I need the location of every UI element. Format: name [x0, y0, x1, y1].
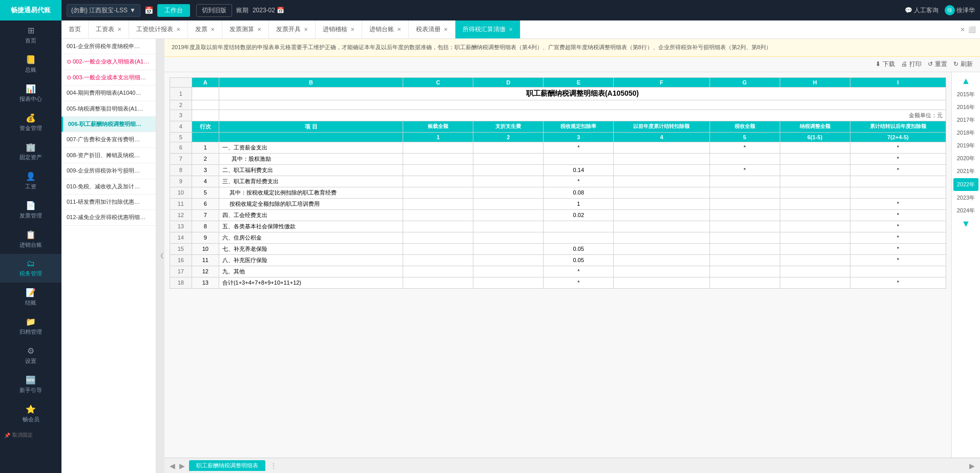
tab-close-all[interactable]: ✕ — [960, 26, 965, 33]
sheet-tab-main[interactable]: 职工薪酬纳税调整明细表 — [189, 460, 265, 471]
table-row-2: 2 — [170, 100, 946, 110]
tab-invoice[interactable]: 发票✕ — [188, 20, 222, 38]
tab-income-tax-label: 所得税汇算清缴 — [463, 25, 506, 34]
tab-salary-report[interactable]: 工资统计报表✕ — [129, 20, 188, 38]
year-2023[interactable]: 2023年 — [952, 191, 980, 204]
user-avatar: 徐 — [945, 5, 955, 15]
warning-bar: 2019年度及取以前年度结转数据的申报表单元格需要手工维护正确，才能确证本年及以… — [164, 39, 980, 57]
sidebar-label-fund: 资金管理 — [19, 124, 42, 132]
sidebar-item-sales[interactable]: 📋 进销台账 — [0, 225, 61, 254]
refresh-btn[interactable]: ↻ 刷新 — [953, 60, 973, 69]
oldver-button[interactable]: 切到旧版 — [196, 4, 232, 17]
tab-income-tax[interactable]: 所得税汇算清缴✕ — [455, 20, 520, 38]
sidebar-label-ledger: 总账 — [25, 66, 36, 74]
tab-check[interactable]: 进销稽核✕ — [316, 20, 362, 38]
year-2017[interactable]: 2017年 — [952, 114, 980, 126]
col-E-header: E — [544, 77, 614, 87]
sidebar-item-member[interactable]: ⭐ 畅会员 — [0, 399, 61, 428]
tab-invoice-close[interactable]: ✕ — [211, 27, 215, 32]
col-B-header: B — [219, 77, 403, 87]
tab-invoice-issue-close[interactable]: ✕ — [304, 27, 308, 32]
sidebar-item-guide[interactable]: 🆕 新手引导 — [0, 370, 61, 399]
sidebar-label-sales: 进销台账 — [19, 241, 42, 249]
list-item-006[interactable]: 006-职工薪酬纳税调整明细… — [61, 117, 156, 132]
tab-ledger-close[interactable]: ✕ — [397, 27, 401, 32]
company-name: (勿删) 江西股宝-LSS — [71, 6, 128, 15]
data-row-6: 6 1 一、工资薪金支出 * * * — [170, 142, 946, 153]
sidebar-item-archive[interactable]: 📁 归档管理 — [0, 312, 61, 341]
sidebar-item-asset[interactable]: 🏢 固定资产 — [0, 137, 61, 166]
list-item-012[interactable]: 012-减免企业所得税优惠明细… — [61, 210, 156, 225]
support-btn[interactable]: 💬 人工客询 — [905, 6, 939, 15]
sidebar-label-salary: 工资 — [25, 183, 36, 190]
unpin-btn[interactable]: 📌取消固定 — [0, 428, 61, 442]
year-2022[interactable]: 2022年 — [953, 178, 978, 191]
tab-salary-close[interactable]: ✕ — [117, 27, 121, 32]
year-up-btn[interactable]: ▲ — [960, 74, 972, 88]
list-item-008[interactable]: 008-资产折旧、摊销及纳税… — [61, 148, 156, 163]
download-btn[interactable]: ⬇ 下载 — [875, 60, 895, 69]
report-icon: 📊 — [26, 84, 36, 94]
reset-btn[interactable]: ↺ 重置 — [928, 60, 947, 69]
tab-taxbook[interactable]: 税表清册✕ — [409, 20, 455, 38]
year-2020[interactable]: 2020年 — [952, 152, 980, 165]
scroll-right-end-btn[interactable]: ▶ — [969, 462, 975, 470]
sidebar-item-salary[interactable]: 👤 工资 — [0, 166, 61, 196]
year-2015[interactable]: 2015年 — [952, 88, 980, 101]
list-item-002[interactable]: ⊙002-一般企业收入明细表(A1… — [61, 54, 156, 70]
tab-ledger[interactable]: 进销台账✕ — [362, 20, 409, 38]
sidebar-item-report[interactable]: 📊 报表中心 — [0, 79, 61, 108]
print-btn[interactable]: 🖨 打印 — [901, 60, 922, 69]
sidebar-item-fund[interactable]: 💰 资金管理 — [0, 108, 61, 137]
tab-maximize[interactable]: ⬜ — [968, 26, 976, 33]
linenum-header: 行次 — [192, 121, 219, 132]
panel-collapse-btn[interactable]: 《 — [156, 39, 164, 473]
list-item-003[interactable]: ⊙003-一般企业成本支出明细… — [61, 70, 156, 85]
year-2018[interactable]: 2018年 — [952, 126, 980, 139]
scroll-left-btn[interactable]: ◀ — [170, 462, 175, 470]
scroll-right-btn[interactable]: ▶ — [179, 462, 185, 470]
list-item-005[interactable]: 005-纳税调整项目明细表(A1… — [61, 101, 156, 117]
workbench-button[interactable]: 工作台 — [157, 4, 190, 17]
year-2019[interactable]: 2019年 — [952, 139, 980, 152]
tab-home-label: 首页 — [69, 25, 81, 34]
list-item-007[interactable]: 007-广告费和业务宣传费明… — [61, 132, 156, 147]
sidebar-label-close: 结账 — [25, 299, 36, 307]
tab-home[interactable]: 首页 — [61, 20, 89, 38]
sidebar-item-ledger[interactable]: 📒 总账 — [0, 50, 61, 79]
year-down-btn[interactable]: ▼ — [960, 217, 972, 231]
tab-check-close[interactable]: ✕ — [350, 27, 355, 32]
sidebar-item-tax[interactable]: 🗂 税务管理 — [0, 254, 61, 283]
period-value: 2023-02 📅 — [253, 7, 284, 14]
tab-taxbook-close[interactable]: ✕ — [444, 27, 448, 32]
sidebar-item-invoice[interactable]: 📄 发票管理 — [0, 196, 61, 225]
tab-salary[interactable]: 工资表✕ — [89, 20, 129, 38]
col-c-header: 账载全额 — [403, 121, 473, 132]
topbar-right: 💬 人工客询 徐 徐泽华 — [905, 5, 975, 15]
salary-icon: 👤 — [26, 171, 36, 181]
list-item-001[interactable]: 001-企业所得税年度纳税申… — [61, 39, 156, 54]
sidebar-item-home[interactable]: ⊞ 首页 — [0, 20, 61, 50]
company-selector[interactable]: (勿删) 江西股宝-LSS ▼ — [67, 4, 140, 17]
year-2016[interactable]: 2016年 — [952, 101, 980, 114]
sidebar-label-invoice: 发票管理 — [19, 212, 42, 220]
tab-invoice-issue[interactable]: 发票开具✕ — [269, 20, 316, 38]
content: 001-企业所得税年度纳税申… ⊙002-一般企业收入明细表(A1… ⊙003-… — [61, 39, 980, 473]
list-item-009[interactable]: 009-企业所得税弥补亏损明… — [61, 163, 156, 179]
year-2024[interactable]: 2024年 — [952, 204, 980, 217]
tab-invoice-calc-close[interactable]: ✕ — [257, 27, 261, 32]
tab-salary-report-close[interactable]: ✕ — [176, 27, 180, 32]
list-item-011[interactable]: 011-研发费用加计扣除优惠… — [61, 195, 156, 210]
tab-invoice-calc[interactable]: 发票测算✕ — [222, 20, 269, 38]
tab-income-tax-close[interactable]: ✕ — [509, 27, 513, 32]
calendar-icon: 📅 — [144, 6, 153, 14]
sidebar-item-close[interactable]: 📝 结账 — [0, 283, 61, 312]
list-item-004[interactable]: 004-期间费用明细表(A1040… — [61, 85, 156, 101]
sheet-options-btn[interactable]: ⋮ — [270, 462, 277, 469]
list-item-010[interactable]: 010-免税、减收收入及加计… — [61, 179, 156, 195]
col-d-header: 支折支生費 — [473, 121, 544, 132]
sidebar-item-settings[interactable]: ⚙ 设置 — [0, 341, 61, 370]
data-row-14: 14 9 六、住房公积金 * — [170, 232, 946, 243]
year-2021[interactable]: 2021年 — [952, 165, 980, 178]
user-info[interactable]: 徐 徐泽华 — [945, 5, 975, 15]
